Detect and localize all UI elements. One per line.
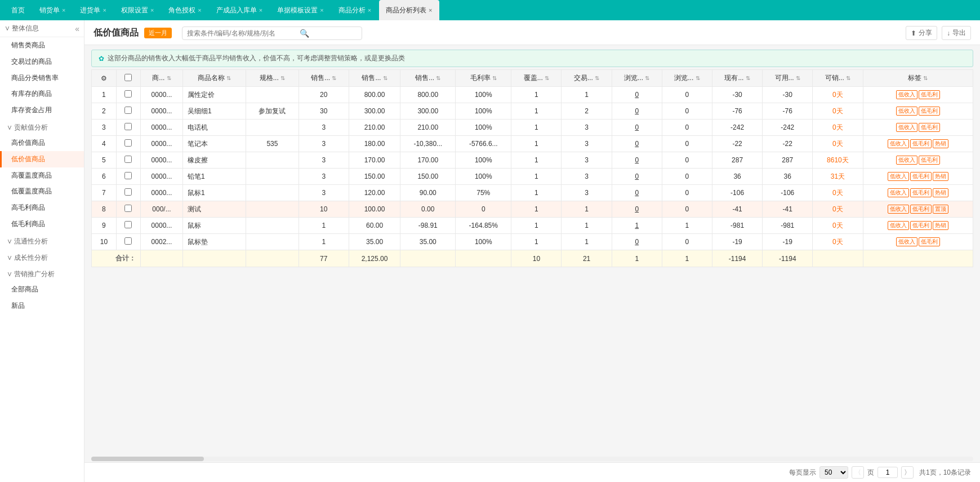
row-browse1[interactable]: 0 <box>612 234 662 250</box>
row-select-checkbox[interactable] <box>124 188 132 196</box>
row-checkbox[interactable] <box>116 103 140 120</box>
nav-product-in[interactable]: 产成品入库单 × <box>210 0 269 20</box>
scrollbar-thumb[interactable] <box>91 457 204 461</box>
row-select-checkbox[interactable] <box>124 205 132 212</box>
nav-template[interactable]: 单据模板设置 × <box>270 0 330 20</box>
col-tags[interactable]: 标签 ⇅ <box>863 70 973 87</box>
browse1-link[interactable]: 0 <box>635 156 639 164</box>
close-icon[interactable]: × <box>198 7 201 14</box>
browse1-link[interactable]: 0 <box>635 189 639 197</box>
row-select-checkbox[interactable] <box>124 172 132 179</box>
sidebar-item-traded-goods[interactable]: 交易过的商品 <box>0 54 84 70</box>
row-checkbox[interactable] <box>116 185 140 201</box>
browse1-link[interactable]: 0 <box>635 205 639 213</box>
sidebar-item-category-rate[interactable]: 商品分类销售率 <box>0 70 84 86</box>
close-icon[interactable]: × <box>150 7 154 14</box>
browse1-link[interactable]: 0 <box>635 238 639 246</box>
row-browse1[interactable]: 0 <box>612 201 662 218</box>
col-name[interactable]: 商品名称 ⇅ <box>182 70 246 87</box>
row-browse1[interactable]: 0 <box>612 103 662 120</box>
browse1-link[interactable]: 0 <box>635 173 639 180</box>
col-browse2[interactable]: 浏览... ⇅ <box>662 70 712 87</box>
share-button[interactable]: ⬆ 分享 <box>906 26 937 40</box>
row-browse1[interactable]: 0 <box>612 152 662 169</box>
row-checkbox[interactable] <box>116 136 140 152</box>
search-icon[interactable]: 🔍 <box>300 29 309 38</box>
sidebar-item-stock-goods[interactable]: 有库存的商品 <box>0 86 84 102</box>
nav-purchase[interactable]: 进货单 × <box>73 0 113 20</box>
row-browse1[interactable]: 1 <box>612 218 662 234</box>
browse1-link[interactable]: 0 <box>635 140 639 148</box>
row-browse1[interactable]: 0 <box>612 136 662 152</box>
row-select-checkbox[interactable] <box>124 123 132 130</box>
nav-goods-analysis[interactable]: 商品分析 × <box>332 0 378 20</box>
browse1-link[interactable]: 0 <box>635 107 639 115</box>
row-browse1[interactable]: 0 <box>612 120 662 136</box>
page-size-select[interactable]: 50 20 100 <box>819 466 848 479</box>
close-icon[interactable]: × <box>368 7 371 14</box>
horizontal-scrollbar[interactable] <box>91 457 973 461</box>
search-input[interactable] <box>187 29 300 37</box>
sidebar-item-capital[interactable]: 库存资金占用 <box>0 102 84 118</box>
prev-page-button[interactable]: 〈 <box>852 466 864 479</box>
row-checkbox[interactable] <box>116 120 140 136</box>
col-cover[interactable]: 覆盖... ⇅ <box>511 70 562 87</box>
sidebar-item-all-goods[interactable]: 全部商品 <box>0 281 84 298</box>
next-page-button[interactable]: 〉 <box>901 466 914 479</box>
row-browse1[interactable]: 0 <box>612 87 662 103</box>
sidebar-group-growth[interactable]: ∨ 成长性分析 <box>0 249 84 265</box>
row-checkbox[interactable] <box>116 169 140 185</box>
nav-sales[interactable]: 销货单 × <box>33 0 72 20</box>
sidebar-group-marketing[interactable]: ∨ 营销推广分析 <box>0 265 84 281</box>
close-icon[interactable]: × <box>320 7 323 14</box>
close-icon[interactable]: × <box>429 7 432 14</box>
col-sale1[interactable]: 销售... ⇅ <box>299 70 349 87</box>
col-checkbox[interactable] <box>116 70 140 87</box>
col-saleable[interactable]: 可销... ⇅ <box>813 70 863 87</box>
close-icon[interactable]: × <box>62 7 65 14</box>
row-select-checkbox[interactable] <box>124 237 132 245</box>
row-select-checkbox[interactable] <box>124 107 132 114</box>
nav-permission[interactable]: 权限设置 × <box>114 0 161 20</box>
row-checkbox[interactable] <box>116 152 140 169</box>
row-browse1[interactable]: 0 <box>612 169 662 185</box>
select-all-checkbox[interactable] <box>124 74 132 81</box>
page-number-input[interactable] <box>877 467 898 478</box>
nav-goods-list[interactable]: 商品分析列表 × <box>379 0 439 20</box>
sidebar-item-high-margin[interactable]: 高毛利商品 <box>0 200 84 216</box>
col-settings[interactable]: ⚙ <box>92 70 117 87</box>
col-browse1[interactable]: 浏览... ⇅ <box>612 70 662 87</box>
col-spec[interactable]: 规格... ⇅ <box>246 70 299 87</box>
row-select-checkbox[interactable] <box>124 139 132 147</box>
col-available[interactable]: 可用... ⇅ <box>763 70 813 87</box>
col-sale2[interactable]: 销售... ⇅ <box>349 70 400 87</box>
browse1-link[interactable]: 0 <box>635 91 639 99</box>
row-checkbox[interactable] <box>116 218 140 234</box>
sidebar-item-high-cover[interactable]: 高覆盖度商品 <box>0 167 84 184</box>
col-sale3[interactable]: 销售... ⇅ <box>400 70 456 87</box>
sidebar-item-sales-goods[interactable]: 销售类商品 <box>0 37 84 54</box>
sidebar-collapse-icon[interactable]: « <box>75 24 79 33</box>
close-icon[interactable]: × <box>259 7 262 14</box>
col-trade[interactable]: 交易... ⇅ <box>562 70 612 87</box>
sidebar-item-low-margin[interactable]: 低毛利商品 <box>0 216 84 232</box>
row-browse1[interactable]: 0 <box>612 185 662 201</box>
sidebar-item-new-goods[interactable]: 新品 <box>0 298 84 314</box>
time-tag-button[interactable]: 近一月 <box>144 28 172 38</box>
row-checkbox[interactable] <box>116 234 140 250</box>
nav-home[interactable]: 首页 <box>5 0 32 20</box>
sidebar-group-contribution[interactable]: ∨ 贡献值分析 <box>0 118 84 135</box>
sidebar-group-flow[interactable]: ∨ 流通性分析 <box>0 232 84 249</box>
col-margin[interactable]: 毛利率 ⇅ <box>456 70 511 87</box>
sidebar-item-low-cover[interactable]: 低覆盖度商品 <box>0 183 84 200</box>
row-select-checkbox[interactable] <box>124 221 132 228</box>
col-current[interactable]: 现有... ⇅ <box>712 70 763 87</box>
browse1-link[interactable]: 1 <box>635 222 639 229</box>
nav-role[interactable]: 角色授权 × <box>162 0 208 20</box>
export-button[interactable]: ↓ 导出 <box>942 26 971 40</box>
browse1-link[interactable]: 0 <box>635 123 639 131</box>
row-checkbox[interactable] <box>116 201 140 218</box>
col-code[interactable]: 商... ⇅ <box>140 70 182 87</box>
close-icon[interactable]: × <box>103 7 106 14</box>
sidebar-item-low-value[interactable]: 低价值商品 <box>0 151 84 167</box>
